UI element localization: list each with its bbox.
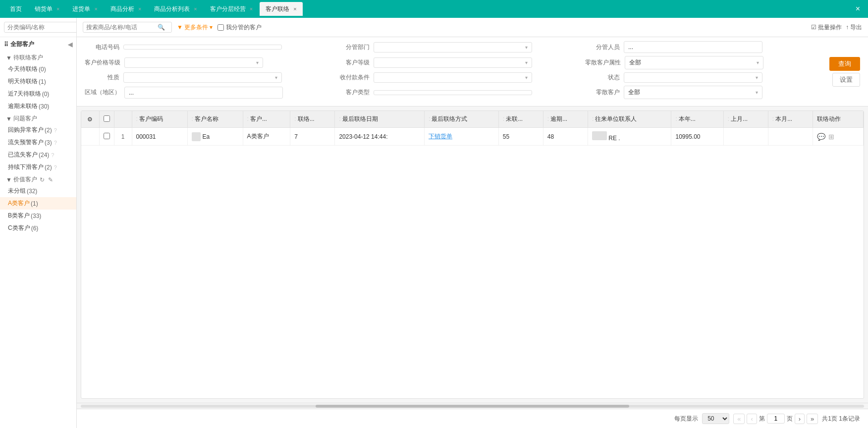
advanced-filter: 电话号码 分管部门 ▾ xyxy=(77,37,868,107)
search-icon[interactable]: 🔍 xyxy=(158,24,165,31)
select-all-checkbox[interactable] xyxy=(104,115,110,122)
th-level[interactable]: :客户... xyxy=(243,111,290,128)
scrollbar-track xyxy=(81,405,864,408)
help-icon-declining[interactable]: ? xyxy=(54,164,57,170)
dept-input[interactable]: ▾ xyxy=(374,42,532,53)
th-no-contact[interactable]: :未联... xyxy=(498,111,543,128)
sidebar-item-declining[interactable]: 持续下滑客户 (2) ? xyxy=(0,161,76,173)
tab-sales[interactable]: 销货单 × xyxy=(29,2,65,16)
th-last-contact-date[interactable]: :最后联络日期 xyxy=(335,111,425,128)
window-close-icon[interactable]: × xyxy=(852,4,864,13)
sidebar-item-today[interactable]: 今天待联络 (0) xyxy=(0,63,76,75)
tab-goods-analysis[interactable]: 商品分析 × xyxy=(105,2,147,16)
th-this-month[interactable]: :本月... xyxy=(768,111,813,128)
tab-goods-analysis-close[interactable]: × xyxy=(138,6,141,12)
region-input[interactable]: ... xyxy=(124,87,283,99)
phone-input[interactable] xyxy=(123,45,282,50)
next-page-btn[interactable]: › xyxy=(795,414,805,424)
qrcode-icon[interactable]: ⊞ xyxy=(828,133,834,141)
tab-customer-segment[interactable]: 客户分层经营 × xyxy=(204,2,259,16)
value-expand-icon[interactable]: ▼ xyxy=(6,176,12,183)
sidebar-item-type-a[interactable]: A类客户 (1) xyxy=(0,197,76,210)
first-page-btn[interactable]: « xyxy=(733,414,745,424)
status-input[interactable]: ▾ xyxy=(624,72,762,83)
sidebar-item-tomorrow[interactable]: 明天待联络 (1) xyxy=(0,75,76,88)
sidebar-item-ungrouped[interactable]: 未分组 (32) xyxy=(0,185,76,197)
tab-purchase[interactable]: 进货单 × xyxy=(66,2,103,16)
retail-attr-label: 零散客户属性 xyxy=(585,58,621,67)
price-level-input[interactable]: ▾ xyxy=(124,57,263,68)
export-btn[interactable]: ↑ 导出 xyxy=(846,23,862,32)
content-area: 🔍 ▼ 更多条件 ▾ 我分管的客户 ☑ 批量操作 ↑ 导出 xyxy=(77,18,868,428)
tab-purchase-close[interactable]: × xyxy=(94,6,97,12)
query-btn[interactable]: 查询 xyxy=(829,57,860,71)
tab-customer-contact[interactable]: 客户联络 × xyxy=(260,2,302,16)
nature-input[interactable]: ▾ xyxy=(123,72,282,83)
retail-attr-input[interactable]: 全部 ▾ xyxy=(625,56,763,69)
help-icon-churn-warning[interactable]: ? xyxy=(54,140,57,146)
th-checkbox[interactable] xyxy=(99,111,114,128)
settings-btn[interactable]: 设置 xyxy=(832,73,860,87)
customer-type-input[interactable] xyxy=(374,90,532,95)
tab-goods-analysis-list[interactable]: 商品分析列表 × xyxy=(148,2,203,16)
sidebar-item-type-b-badge: (33) xyxy=(31,213,41,219)
help-icon-churned[interactable]: ? xyxy=(51,152,54,158)
batch-op-label: 批量操作 xyxy=(818,23,842,32)
th-last-month[interactable]: :上月... xyxy=(723,111,768,128)
customer-level-input[interactable]: ▾ xyxy=(374,57,532,68)
th-this-year[interactable]: :本年... xyxy=(671,111,723,128)
tab-customer-segment-close[interactable]: × xyxy=(250,6,253,12)
row-checkbox[interactable] xyxy=(104,133,110,139)
search-input[interactable] xyxy=(86,24,156,31)
page-input[interactable] xyxy=(767,414,785,424)
collapse-icon[interactable]: ◀ xyxy=(68,41,72,48)
sidebar-item-7days-label: 近7天待联络 xyxy=(8,90,41,98)
contact-method-link[interactable]: 下销货单 xyxy=(429,133,452,140)
last-page-btn[interactable]: » xyxy=(807,414,818,424)
sidebar-search-input[interactable] xyxy=(4,22,77,33)
th-last-contact-method[interactable]: :最后联络方式 xyxy=(425,111,499,128)
all-customers-header[interactable]: ⠿ 全部客户 ◀ xyxy=(0,37,76,52)
sidebar-item-overdue[interactable]: 逾期未联络 (30) xyxy=(0,100,76,112)
prev-page-btn[interactable]: ‹ xyxy=(747,414,757,424)
sidebar-item-declining-badge: (2) xyxy=(45,164,52,171)
tab-sales-close[interactable]: × xyxy=(56,6,59,12)
td-last-contact-method[interactable]: 下销货单 xyxy=(425,128,499,146)
per-page-select[interactable]: 50 100 200 xyxy=(702,413,729,424)
value-group-refresh-btn[interactable]: ↻ xyxy=(39,176,46,183)
th-name[interactable]: :客户名称 xyxy=(187,111,243,128)
scrollbar-thumb[interactable] xyxy=(316,405,629,408)
customer-level-label: 客户等级 xyxy=(335,58,370,67)
tab-customer-contact-close[interactable]: × xyxy=(293,6,296,12)
th-unit-contact[interactable]: :往来单位联系人 xyxy=(588,111,671,128)
value-group-edit-btn[interactable]: ✎ xyxy=(47,176,54,183)
horizontal-scrollbar[interactable] xyxy=(77,403,868,409)
retail-customer-input[interactable]: 全部 ▾ xyxy=(624,86,762,99)
th-contact[interactable]: :联络... xyxy=(290,111,335,128)
chat-icon[interactable]: 💬 xyxy=(817,133,825,141)
problem-group-header[interactable]: ▼ 问题客户 xyxy=(0,112,76,124)
my-customers-checkbox[interactable]: 我分管的客户 xyxy=(217,23,262,32)
sidebar-item-repurchase-anomaly[interactable]: 回购异常客户 (2) ? xyxy=(0,124,76,136)
sidebar-item-type-b[interactable]: B类客户 (33) xyxy=(0,210,76,222)
more-filters-btn[interactable]: ▼ 更多条件 ▾ xyxy=(177,23,213,32)
help-icon-repurchase[interactable]: ? xyxy=(54,127,57,133)
staff-input[interactable]: ... xyxy=(624,41,762,53)
th-overdue[interactable]: :逾期... xyxy=(543,111,588,128)
status-label: 状态 xyxy=(585,73,620,82)
sidebar-item-7days[interactable]: 近7天待联络 (0) xyxy=(0,88,76,100)
sidebar-item-type-c[interactable]: C类客户 (6) xyxy=(0,222,76,234)
sidebar-item-churned[interactable]: 已流失客户 (24) ? xyxy=(0,149,76,161)
tab-home[interactable]: 首页 xyxy=(4,2,28,16)
my-customers-input[interactable] xyxy=(217,24,224,31)
td-checkbox[interactable] xyxy=(99,128,114,146)
th-code[interactable]: :客户编码 xyxy=(132,111,187,128)
sidebar-item-churn-warning[interactable]: 流失预警客户 (3) ? xyxy=(0,136,76,149)
tab-goods-analysis-list-close[interactable]: × xyxy=(194,6,197,12)
th-gear[interactable]: ⚙ xyxy=(81,111,99,128)
top-nav: 首页 销货单 × 进货单 × 商品分析 × 商品分析列表 × 客户分层经营 × … xyxy=(0,0,868,18)
batch-op-btn[interactable]: ☑ 批量操作 xyxy=(811,23,842,32)
td-gear xyxy=(81,128,99,146)
pending-group-header[interactable]: ▼ 待联络客户 xyxy=(0,52,76,63)
pay-condition-input[interactable]: ▾ xyxy=(374,72,532,83)
